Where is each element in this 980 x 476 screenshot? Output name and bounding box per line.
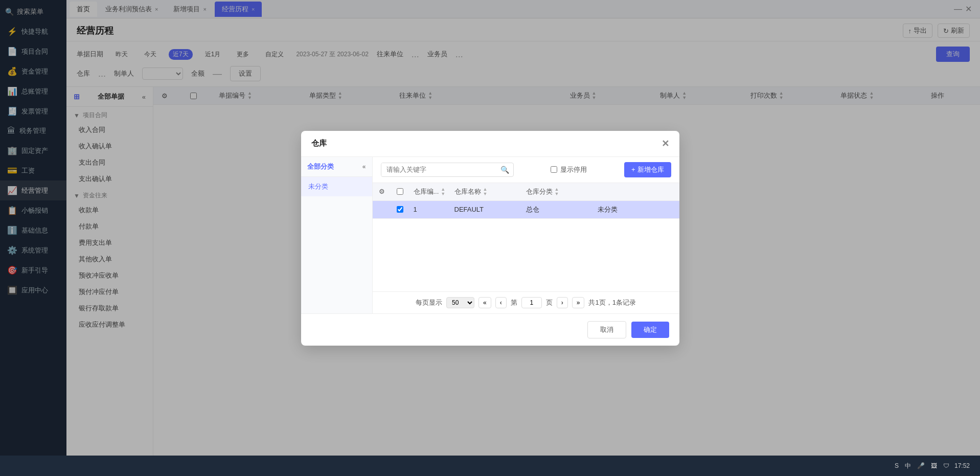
modal-total-text: 共1页，1条记录 (588, 298, 635, 307)
th-check[interactable] (391, 188, 409, 195)
modal-search-box: 🔍 (381, 163, 514, 177)
modal-toolbar: 🔍 显示停用 + 新增仓库 (373, 157, 679, 183)
modal-search-input[interactable] (381, 163, 496, 176)
modal-select-all-checkbox[interactable] (397, 188, 403, 195)
modal-prev-page-btn[interactable]: ‹ (495, 297, 507, 308)
row-warehouse-id: 1 (409, 206, 450, 213)
sort-arrows-wh-category[interactable]: ▲▼ (555, 187, 559, 196)
modal-table-footer: 每页显示 50 100 « ‹ 第 页 › » 共1页，1条记录 (373, 291, 679, 313)
modal-cancel-button[interactable]: 取消 (587, 321, 626, 338)
modal-left-panel: 全部分类 « 未分类 (301, 157, 373, 313)
modal-page-size-select[interactable]: 50 100 (446, 297, 474, 308)
all-categories-label: 全部分类 (307, 162, 334, 171)
modal-page-suffix: 页 (546, 298, 553, 307)
warehouse-modal: 仓库 ✕ 全部分类 « 未分类 🔍 (301, 131, 679, 346)
taskbar-icon-1[interactable]: S (895, 462, 899, 469)
modal-close-button[interactable]: ✕ (662, 138, 669, 149)
uncategorized-label: 未分类 (308, 183, 328, 190)
modal-search-icon[interactable]: 🔍 (496, 163, 513, 176)
sort-arrows-wh-name[interactable]: ▲▼ (483, 187, 488, 196)
th-settings[interactable]: ⚙ (373, 188, 391, 195)
modal-left-item-uncategorized[interactable]: 未分类 (301, 177, 372, 196)
modal-page-size-label: 每页显示 (416, 298, 442, 307)
modal-panel-collapse-icon[interactable]: « (362, 163, 366, 170)
modal-overlay[interactable]: 仓库 ✕ 全部分类 « 未分类 🔍 (0, 0, 980, 476)
add-warehouse-label: 新增仓库 (637, 165, 664, 174)
add-warehouse-plus-icon: + (631, 166, 635, 173)
modal-header: 仓库 ✕ (301, 131, 679, 157)
modal-next-page-btn[interactable]: › (557, 297, 568, 308)
taskbar-time: 17:52 (954, 462, 970, 469)
show-disabled-label: 显示停用 (560, 165, 587, 174)
show-disabled-checkbox[interactable] (551, 166, 557, 173)
modal-footer: 取消 确定 (301, 313, 679, 346)
add-warehouse-button[interactable]: + 新增仓库 (624, 162, 671, 177)
th-warehouse-name: 仓库名称 ▲▼ (450, 187, 522, 196)
taskbar-icon-5[interactable]: 🛡 (943, 462, 949, 469)
taskbar-icon-2[interactable]: 中 (905, 462, 911, 470)
th-warehouse-code: 仓库编... ▲▼ (409, 187, 450, 196)
taskbar: S 中 🎤 🖼 🛡 17:52 (0, 456, 980, 476)
th-warehouse-code-label: 仓库编... (414, 187, 439, 196)
modal-table-header: ⚙ 仓库编... ▲▼ 仓库名称 ▲▼ 仓库分类 (373, 183, 679, 201)
taskbar-icon-4[interactable]: 🖼 (931, 462, 937, 469)
modal-page-label: 第 (511, 298, 517, 307)
modal-body: 全部分类 « 未分类 🔍 显示停用 (301, 157, 679, 313)
modal-page-input[interactable] (521, 297, 542, 308)
th-warehouse-category-label: 仓库分类 (526, 187, 553, 196)
sort-arrows-wh-code[interactable]: ▲▼ (441, 187, 445, 196)
row-warehouse-category: 未分类 (594, 205, 679, 214)
th-warehouse-name-label: 仓库名称 (454, 187, 481, 196)
modal-confirm-button[interactable]: 确定 (631, 322, 669, 338)
table-row[interactable]: 1 DEFAULT 总仓 未分类 (373, 201, 679, 219)
row-warehouse-name: 总仓 (522, 205, 594, 214)
taskbar-icons: S 中 🎤 🖼 🛡 (895, 462, 949, 470)
modal-title: 仓库 (311, 139, 327, 148)
th-warehouse-category: 仓库分类 ▲▼ (522, 187, 679, 196)
modal-left-header: 全部分类 « (301, 157, 372, 177)
modal-last-page-btn[interactable]: » (572, 297, 585, 308)
modal-show-disabled: 显示停用 (551, 165, 587, 174)
row-checkbox[interactable] (397, 206, 403, 213)
row-warehouse-code: DEFAULT (450, 206, 522, 213)
taskbar-icon-3[interactable]: 🎤 (917, 462, 925, 469)
modal-first-page-btn[interactable]: « (478, 297, 491, 308)
modal-content-panel: 🔍 显示停用 + 新增仓库 ⚙ (373, 157, 679, 313)
modal-table: ⚙ 仓库编... ▲▼ 仓库名称 ▲▼ 仓库分类 (373, 183, 679, 291)
row-check[interactable] (391, 206, 409, 213)
